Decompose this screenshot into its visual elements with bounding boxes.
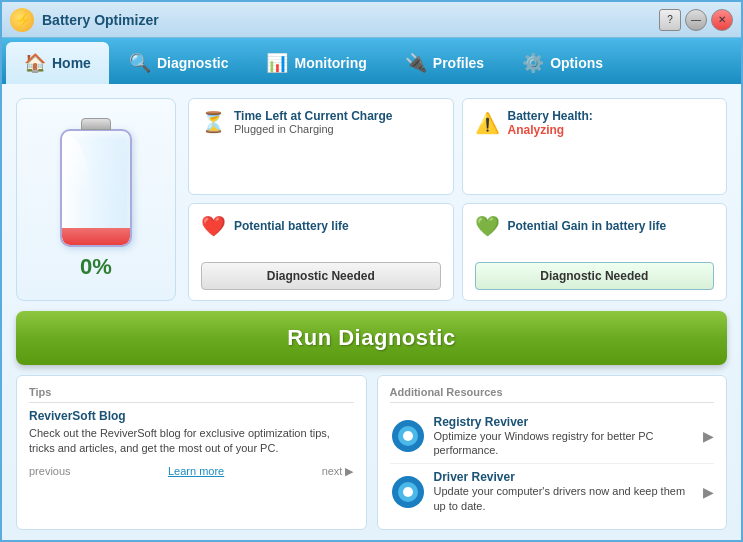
battery-fill bbox=[62, 228, 130, 245]
driver-reviver-title: Driver Reviver bbox=[434, 470, 696, 484]
potential-gain-header: 💚 Potential Gain in battery life bbox=[475, 214, 715, 238]
close-button[interactable]: ✕ bbox=[711, 9, 733, 31]
top-section: 0% ⏳ Time Left at Current Charge Plugged… bbox=[16, 98, 727, 301]
nav-diagnostic-label: Diagnostic bbox=[157, 55, 229, 71]
bottom-section: Tips ReviverSoft Blog Check out the Revi… bbox=[16, 375, 727, 530]
driver-reviver-icon bbox=[390, 474, 426, 510]
time-left-header: ⏳ Time Left at Current Charge Plugged in… bbox=[201, 109, 441, 135]
resources-panel: Additional Resources Registry Reviver Op… bbox=[377, 375, 728, 530]
minimize-button[interactable]: — bbox=[685, 9, 707, 31]
battery-cap bbox=[81, 118, 111, 130]
potential-life-card: ❤️ Potential battery life Diagnostic Nee… bbox=[188, 203, 454, 300]
battery-health-header: ⚠️ Battery Health: Analyzing bbox=[475, 109, 715, 137]
info-row-1: ⏳ Time Left at Current Charge Plugged in… bbox=[188, 98, 727, 195]
tips-prev-button[interactable]: previous bbox=[29, 465, 71, 477]
options-icon: ⚙️ bbox=[522, 52, 544, 74]
info-row-2: ❤️ Potential battery life Diagnostic Nee… bbox=[188, 203, 727, 300]
warning-icon: ⚠️ bbox=[475, 111, 500, 135]
battery-visual bbox=[56, 118, 136, 248]
battery-display: 0% bbox=[16, 98, 176, 301]
battery-percent: 0% bbox=[80, 254, 112, 280]
app-title: Battery Optimizer bbox=[42, 12, 659, 28]
tips-header: Tips bbox=[29, 386, 354, 403]
tips-title: ReviverSoft Blog bbox=[29, 409, 354, 423]
driver-reviver-desc: Update your computer's drivers now and k… bbox=[434, 484, 696, 513]
potential-life-title: Potential battery life bbox=[234, 219, 349, 233]
diagnostic-icon: 🔍 bbox=[129, 52, 151, 74]
title-bar: ⚡ Battery Optimizer ? — ✕ bbox=[2, 2, 741, 38]
tips-text: Check out the ReviverSoft blog for exclu… bbox=[29, 426, 354, 457]
heart-green-icon: 💚 bbox=[475, 214, 500, 238]
window-controls: ? — ✕ bbox=[659, 9, 733, 31]
nav-options[interactable]: ⚙️ Options bbox=[504, 42, 621, 84]
svg-point-2 bbox=[403, 431, 413, 441]
nav-bar: 🏠 Home 🔍 Diagnostic 📊 Monitoring 🔌 Profi… bbox=[2, 38, 741, 84]
battery-shine bbox=[60, 135, 94, 198]
time-left-card: ⏳ Time Left at Current Charge Plugged in… bbox=[188, 98, 454, 195]
nav-home-label: Home bbox=[52, 55, 91, 71]
help-button[interactable]: ? bbox=[659, 9, 681, 31]
main-content: 0% ⏳ Time Left at Current Charge Plugged… bbox=[2, 84, 741, 542]
profiles-icon: 🔌 bbox=[405, 52, 427, 74]
tips-learn-more-link[interactable]: Learn more bbox=[168, 465, 224, 477]
potential-gain-diagnostic-btn[interactable]: Diagnostic Needed bbox=[475, 262, 715, 290]
info-panels: ⏳ Time Left at Current Charge Plugged in… bbox=[188, 98, 727, 301]
potential-gain-title: Potential Gain in battery life bbox=[508, 219, 667, 233]
nav-monitoring[interactable]: 📊 Monitoring bbox=[248, 42, 384, 84]
tips-nav: previous Learn more next ▶ bbox=[29, 465, 354, 478]
registry-reviver-text: Registry Reviver Optimize your Windows r… bbox=[434, 415, 696, 458]
monitoring-icon: 📊 bbox=[266, 52, 288, 74]
nav-profiles[interactable]: 🔌 Profiles bbox=[387, 42, 502, 84]
driver-reviver-arrow: ▶ bbox=[703, 484, 714, 500]
run-diagnostic-button[interactable]: Run Diagnostic bbox=[16, 311, 727, 365]
hourglass-icon: ⏳ bbox=[201, 110, 226, 134]
registry-reviver-icon bbox=[390, 418, 426, 454]
registry-reviver-arrow: ▶ bbox=[703, 428, 714, 444]
battery-health-card: ⚠️ Battery Health: Analyzing bbox=[462, 98, 728, 195]
registry-reviver-title: Registry Reviver bbox=[434, 415, 696, 429]
potential-life-diagnostic-btn[interactable]: Diagnostic Needed bbox=[201, 262, 441, 290]
battery-body bbox=[60, 129, 132, 247]
time-left-title: Time Left at Current Charge bbox=[234, 109, 392, 123]
nav-diagnostic[interactable]: 🔍 Diagnostic bbox=[111, 42, 247, 84]
registry-reviver-desc: Optimize your Windows registry for bette… bbox=[434, 429, 696, 458]
resources-header: Additional Resources bbox=[390, 386, 715, 403]
nav-options-label: Options bbox=[550, 55, 603, 71]
tips-next-button[interactable]: next ▶ bbox=[322, 465, 354, 478]
nav-monitoring-label: Monitoring bbox=[294, 55, 366, 71]
battery-health-status: Analyzing bbox=[508, 123, 593, 137]
nav-profiles-label: Profiles bbox=[433, 55, 484, 71]
svg-point-5 bbox=[403, 487, 413, 497]
resource-driver-reviver[interactable]: Driver Reviver Update your computer's dr… bbox=[390, 464, 715, 519]
tips-panel: Tips ReviverSoft Blog Check out the Revi… bbox=[16, 375, 367, 530]
resource-registry-reviver[interactable]: Registry Reviver Optimize your Windows r… bbox=[390, 409, 715, 465]
potential-gain-card: 💚 Potential Gain in battery life Diagnos… bbox=[462, 203, 728, 300]
nav-home[interactable]: 🏠 Home bbox=[6, 42, 109, 84]
heart-red-icon: ❤️ bbox=[201, 214, 226, 238]
battery-health-title: Battery Health: bbox=[508, 109, 593, 123]
driver-reviver-text: Driver Reviver Update your computer's dr… bbox=[434, 470, 696, 513]
app-icon: ⚡ bbox=[10, 8, 34, 32]
home-icon: 🏠 bbox=[24, 52, 46, 74]
time-left-subtitle: Plugged in Charging bbox=[234, 123, 392, 135]
potential-life-header: ❤️ Potential battery life bbox=[201, 214, 441, 238]
